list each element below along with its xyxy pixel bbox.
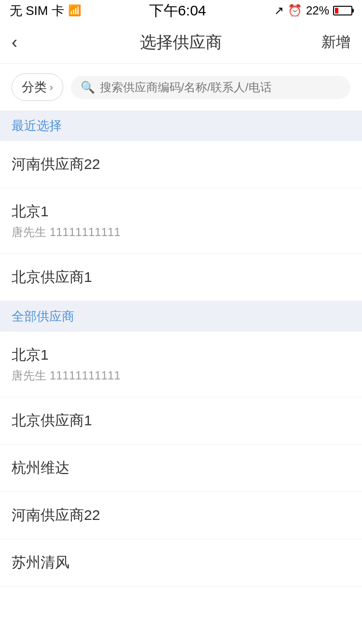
item-sub: 唐先生 11111111111 xyxy=(12,368,350,383)
add-button[interactable]: 新增 xyxy=(321,32,350,52)
recent-section-header: 最近选择 xyxy=(0,111,362,141)
nav-bar: ‹ 选择供应商 新增 xyxy=(0,21,362,64)
item-name: 北京1 xyxy=(12,202,350,222)
item-name: 杭州维达 xyxy=(12,458,350,478)
battery-percent: 22% xyxy=(306,4,329,17)
time-display: 下午6:04 xyxy=(149,1,206,21)
status-right: ↗ ⏰ 22% xyxy=(274,4,352,17)
filter-bar: 分类 › 🔍 xyxy=(0,64,362,111)
item-name: 河南供应商22 xyxy=(12,154,350,174)
recent-section-label: 最近选择 xyxy=(12,118,62,133)
all-section-label: 全部供应商 xyxy=(12,309,74,323)
location-icon: ↗ xyxy=(274,4,284,17)
list-item[interactable]: 北京1唐先生 11111111111 xyxy=(0,188,362,254)
all-items-list: 北京1唐先生 11111111111北京供应商1杭州维达河南供应商22苏州清风 xyxy=(0,332,362,587)
item-name: 北京1 xyxy=(12,345,350,365)
item-sub: 唐先生 11111111111 xyxy=(12,224,350,240)
alarm-icon: ⏰ xyxy=(288,4,302,17)
search-input[interactable] xyxy=(100,81,341,94)
list-item[interactable]: 北京1唐先生 11111111111 xyxy=(0,332,362,397)
item-name: 河南供应商22 xyxy=(12,505,350,525)
list-item[interactable]: 河南供应商22 xyxy=(0,492,362,539)
recent-items-list: 河南供应商22北京1唐先生 11111111111北京供应商1 xyxy=(0,141,362,301)
back-button[interactable]: ‹ xyxy=(12,32,41,53)
list-item[interactable]: 杭州维达 xyxy=(0,445,362,492)
carrier-text: 无 SIM 卡 xyxy=(10,2,64,19)
status-left: 无 SIM 卡 📶 xyxy=(10,2,81,19)
category-label: 分类 xyxy=(22,79,47,96)
battery-indicator xyxy=(333,6,352,15)
search-icon: 🔍 xyxy=(81,81,95,94)
item-name: 北京供应商1 xyxy=(12,411,350,431)
category-filter[interactable]: 分类 › xyxy=(12,73,63,101)
wifi-icon: 📶 xyxy=(68,4,81,17)
chevron-right-icon: › xyxy=(50,82,53,93)
page-title: 选择供应商 xyxy=(140,31,222,54)
item-name: 苏州清风 xyxy=(12,553,350,573)
list-item[interactable]: 北京供应商1 xyxy=(0,254,362,301)
list-item[interactable]: 河南供应商22 xyxy=(0,141,362,188)
list-item[interactable]: 苏州清风 xyxy=(0,539,362,587)
status-bar: 无 SIM 卡 📶 下午6:04 ↗ ⏰ 22% xyxy=(0,0,362,21)
item-name: 北京供应商1 xyxy=(12,267,350,287)
all-section-header: 全部供应商 xyxy=(0,301,362,332)
search-box[interactable]: 🔍 xyxy=(71,76,350,99)
list-item[interactable]: 北京供应商1 xyxy=(0,397,362,445)
